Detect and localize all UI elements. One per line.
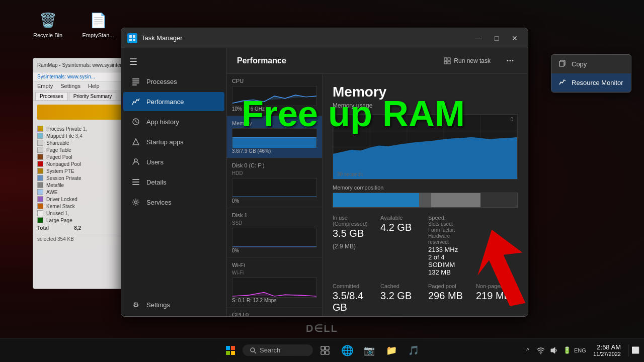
svg-point-27 (251, 348, 255, 352)
wifi-icon[interactable] (535, 344, 547, 356)
memory-usage-label: Memory usage (333, 102, 518, 109)
ctx-copy[interactable]: Copy (551, 55, 631, 73)
tab-processes[interactable]: Processes (35, 92, 68, 100)
show-hidden-icons[interactable]: ^ (522, 344, 534, 356)
wifi-value: S: 0.1 R: 12.2 Mbps (232, 298, 317, 303)
perf-item-disk1[interactable]: Disk 1 SSD 0% (227, 208, 322, 258)
nonpaged-pool-value: 219 MB (476, 290, 518, 302)
svg-marker-34 (551, 347, 555, 353)
hamburger-button[interactable]: ☰ (121, 52, 226, 71)
taskview-button[interactable] (315, 340, 335, 360)
processes-label: Processes (146, 78, 177, 85)
svg-line-28 (255, 351, 257, 353)
stat-available: Available 4.2 GB (380, 215, 422, 276)
sidebar-item-processes[interactable]: Processes (123, 72, 224, 91)
disk1-value: 0% (232, 248, 317, 253)
close-button[interactable]: ✕ (508, 31, 522, 45)
run-new-task-button[interactable]: Run new task (438, 54, 497, 67)
stat-speed: Speed: Slots used: Form factor: Hardware… (428, 215, 470, 276)
explorer-button[interactable]: 📁 (381, 340, 401, 360)
services-icon (131, 198, 140, 207)
stat-paged-pool: Paged pool 296 MB (428, 283, 470, 313)
system-clock[interactable]: 2:58 AM 11/27/2022 (589, 341, 625, 359)
minimize-button[interactable]: — (471, 31, 486, 45)
disk1-sublabel: SSD (232, 220, 317, 226)
svg-rect-16 (448, 58, 450, 60)
menu-help[interactable]: Help (88, 83, 100, 89)
committed-value: 3.5/8.4 GB (333, 290, 374, 313)
recycle-bin-icon[interactable]: 🗑️ Recycle Bin (30, 10, 65, 38)
disk0-label: Disk 0 (C: F:) (232, 162, 317, 168)
stat-empty (476, 215, 518, 276)
empty-stan-icon[interactable]: 📄 EmptyStan... (80, 10, 116, 38)
composition-label: Memory composition (333, 185, 518, 191)
search-icon (250, 347, 257, 354)
details-label: Details (146, 178, 167, 186)
mem-stats-grid-2: Committed 3.5/8.4 GB Cached 3.2 GB Paged… (333, 283, 518, 313)
cpu-mini-graph (232, 86, 317, 106)
maximize-button[interactable]: □ (490, 31, 504, 45)
recycle-bin-image: 🗑️ (38, 10, 58, 30)
clock-time: 2:58 AM (593, 343, 621, 351)
settings-icon: ⚙ (131, 300, 140, 309)
ctx-resource-monitor[interactable]: Resource Monitor (551, 73, 631, 92)
tm-title-text: Task Manager (141, 34, 471, 42)
start-button[interactable] (220, 340, 240, 360)
settings-item[interactable]: ⚙ Settings (123, 295, 224, 314)
battery-icon[interactable]: 🔋 (561, 344, 573, 356)
sidebar-item-details[interactable]: Details (123, 172, 224, 192)
sidebar-item-services[interactable]: Services (123, 193, 224, 212)
paged-pool-label: Paged pool (428, 283, 470, 289)
sidebar-item-startup[interactable]: Startup apps (123, 132, 224, 151)
tm-perf-detail: Memory Memory usage 30 seconds 0 Memory … (323, 74, 528, 316)
in-use-label: In use (Compressed) (333, 215, 374, 227)
nonpaged-pool-label: Non-paged pool (476, 283, 518, 289)
photos-button[interactable]: 📷 (359, 340, 379, 360)
menu-settings[interactable]: Settings (60, 83, 80, 89)
sidebar-item-app-history[interactable]: App history (123, 112, 224, 131)
startup-icon (131, 137, 140, 146)
language-icon[interactable]: ENG (574, 344, 586, 356)
more-options-button[interactable]: ··· (503, 53, 518, 68)
performance-icon (131, 97, 140, 106)
perf-item-gpu0[interactable]: GPU 0 Intel(R) HD Graphi... 1% (227, 308, 322, 316)
perf-item-wifi[interactable]: Wi-Fi Wi-Fi S: 0.1 R: 12.2 Mbps (227, 258, 322, 308)
perf-item-disk0[interactable]: Disk 0 (C: F:) HDD 0% (227, 158, 322, 208)
svg-rect-6 (132, 82, 139, 83)
menu-empty[interactable]: Empty (37, 83, 53, 89)
section-title: Performance (237, 56, 286, 65)
mem-standby-bar (431, 193, 480, 207)
svg-marker-9 (133, 139, 139, 145)
show-desktop-button[interactable]: ⬜ (628, 344, 640, 356)
perf-item-memory[interactable]: Memory 3.6/7.9 GB (46%) (227, 116, 322, 158)
stat-committed: Committed 3.5/8.4 GB (333, 283, 374, 313)
sidebar-item-performance[interactable]: Performance (123, 92, 224, 111)
svg-rect-12 (132, 182, 139, 183)
recycle-bin-label: Recycle Bin (33, 32, 62, 38)
svg-point-10 (134, 159, 137, 162)
users-icon (131, 157, 140, 166)
svg-rect-21 (559, 61, 564, 66)
stat-cached: Cached 3.2 GB (380, 283, 422, 313)
committed-label: Committed (333, 283, 374, 289)
perf-item-cpu[interactable]: CPU 10% 1.76 GHz (227, 74, 322, 116)
disk0-sublabel: HDD (232, 170, 317, 176)
context-menu: Copy Resource Monitor (551, 54, 631, 93)
search-bar[interactable]: Search (243, 344, 313, 356)
desktop-icons: 🗑️ Recycle Bin 📄 EmptyStan... (30, 10, 116, 38)
cpu-value: 10% 1.76 GHz (232, 106, 317, 112)
sidebar-item-users[interactable]: Users (123, 152, 224, 171)
svg-rect-1 (133, 35, 135, 38)
mem-in-use-bar (333, 193, 419, 207)
spotify-button[interactable]: 🎵 (404, 340, 424, 360)
disk0-value: 0% (232, 198, 317, 204)
mem-free-bar (480, 193, 517, 207)
tm-perf-list: CPU 10% 1.76 GHz Memory (227, 74, 323, 316)
tab-priority[interactable]: Priority Summary (69, 92, 117, 100)
task-manager-window: Task Manager — □ ✕ ☰ Processes (121, 28, 528, 317)
svg-rect-23 (226, 346, 230, 350)
volume-icon[interactable] (548, 344, 560, 356)
taskbar: Search 🌐 📷 📁 🎵 ^ (0, 338, 644, 362)
edge-button[interactable]: 🌐 (337, 340, 357, 360)
svg-rect-5 (132, 80, 139, 81)
